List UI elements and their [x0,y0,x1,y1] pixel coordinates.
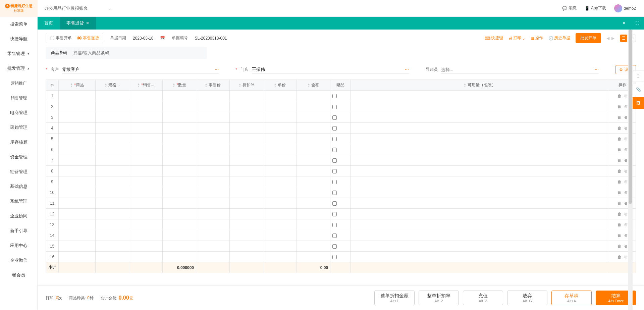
add-icon[interactable]: ⊕ [624,94,628,98]
col-gear[interactable]: ⚙ [46,80,59,91]
gift-checkbox[interactable] [332,169,337,173]
gift-checkbox[interactable] [332,126,337,131]
table-row[interactable]: 5🗑⊕ [46,134,636,144]
gift-checkbox[interactable] [332,244,337,249]
gift-checkbox[interactable] [332,94,337,98]
add-icon[interactable]: ⊕ [624,104,628,109]
fullscreen-icon[interactable]: ⛶ [631,17,644,30]
delete-icon[interactable]: 🗑 [618,201,622,206]
add-icon[interactable]: ⊕ [624,137,628,141]
col-spec[interactable]: ▲▼规格... [96,80,129,91]
date-value[interactable]: 2023-03-18 [133,36,153,41]
gift-checkbox[interactable] [332,180,337,184]
delete-icon[interactable]: 🗑 [618,104,622,109]
delete-icon[interactable]: 🗑 [618,255,622,259]
gift-checkbox[interactable] [332,105,337,109]
customer-input[interactable] [62,67,219,72]
add-icon[interactable]: ⊕ [624,244,628,249]
delete-icon[interactable]: 🗑 [618,244,622,249]
delete-icon[interactable]: 🗑 [618,158,622,163]
delete-icon[interactable]: 🗑 [618,94,622,98]
gift-checkbox[interactable] [332,191,337,195]
tab-1[interactable]: 零售退货✕ [60,17,96,30]
add-icon[interactable]: ⊕ [624,212,628,216]
sidebar-item-17[interactable]: 畅会员 [0,268,37,282]
gift-checkbox[interactable] [332,234,337,238]
col-amount[interactable]: ▲▼金额 [297,80,330,91]
add-icon[interactable]: ⊕ [624,233,628,238]
more-icon[interactable]: ⋯ [595,67,599,72]
gift-checkbox[interactable] [332,158,337,163]
col-gift[interactable]: 赠品 [330,80,351,91]
sidebar-item-10[interactable]: 经营管理 [0,164,37,179]
table-row[interactable]: 10🗑⊕ [46,187,636,198]
close-icon[interactable]: ✕ [86,21,89,25]
logo-block[interactable]: b畅捷通好生意 标准版 [0,0,38,17]
scrollbar-thumb[interactable] [629,30,632,204]
add-icon[interactable]: ⊕ [624,201,628,206]
more-icon[interactable]: ⋯ [405,67,409,72]
delete-icon[interactable]: 🗑 [618,147,622,152]
table-row[interactable]: 9🗑⊕ [46,176,636,187]
gift-checkbox[interactable] [332,223,337,227]
table-row[interactable]: 2🗑⊕ [46,101,636,112]
gift-checkbox[interactable] [332,137,337,141]
messages-button[interactable]: 💬消息 [562,5,577,11]
footer-button-3[interactable]: 放弃Alt+G [507,291,547,305]
footer-button-4[interactable]: 存草稿Alt+A [551,291,592,305]
store-input[interactable] [252,67,409,72]
add-icon[interactable]: ⊕ [624,190,628,195]
delete-icon[interactable]: 🗑 [618,233,622,238]
delete-icon[interactable]: 🗑 [618,115,622,120]
rail-note-icon[interactable]: 🗒 [633,70,644,82]
table-row[interactable]: 15🗑⊕ [46,241,636,252]
delete-icon[interactable]: 🗑 [618,179,622,184]
gift-checkbox[interactable] [332,212,337,216]
col-qty[interactable]: ▲▼*数量 [163,80,196,91]
prev-icon[interactable]: ◀ [606,36,609,41]
sidebar-item-15[interactable]: 应用中心 [0,238,37,253]
add-icon[interactable]: ⊕ [624,158,628,163]
batch-open-button[interactable]: 批发开单 [576,33,601,43]
table-row[interactable]: 8🗑⊕ [46,166,636,176]
sidebar-item-11[interactable]: 基础信息 [0,179,37,194]
col-retail-price[interactable]: ▲▼零售价 [196,80,230,91]
add-icon[interactable]: ⊕ [624,169,628,173]
footer-button-0[interactable]: 整单折扣金额Alt+1 [374,291,415,305]
sidebar-item-16[interactable]: 企业微信 [0,253,37,268]
sidebar-item-5[interactable]: 销售管理 [0,91,37,105]
sidebar-item-7[interactable]: 采购管理 [0,120,37,135]
scrollbar-track[interactable] [628,30,633,310]
table-row[interactable]: 16🗑⊕ [46,252,636,262]
delete-icon[interactable]: 🗑 [618,137,622,141]
delete-icon[interactable]: 🗑 [618,212,622,216]
delete-icon[interactable]: 🗑 [618,190,622,195]
col-sale[interactable]: ▲▼*销售... [129,80,163,91]
table-row[interactable]: 7🗑⊕ [46,155,636,166]
radio-retail-return[interactable]: 零售退货 [77,35,99,41]
sidebar-item-12[interactable]: 系统管理 [0,194,37,209]
col-discount[interactable]: ▲▼折扣% [230,80,263,91]
radio-retail-open[interactable]: 零售开单 [50,35,72,41]
add-icon[interactable]: ⊕ [624,179,628,184]
next-icon[interactable]: ▶ [611,36,614,41]
operate-button[interactable]: ▦操作 [531,35,543,41]
gift-checkbox[interactable] [332,115,337,120]
barcode-input[interactable] [73,50,201,55]
user-menu[interactable]: demo2 [614,4,636,12]
history-button[interactable]: 🕘历史单据 [548,35,570,41]
col-available[interactable]: ▲▼可用量（包装） [351,80,609,91]
tab-0[interactable]: 首页 [38,17,60,30]
add-icon[interactable]: ⊕ [624,222,628,227]
table-row[interactable]: 6🗑⊕ [46,144,636,155]
sidebar-item-6[interactable]: 电商管理 [0,105,37,120]
rail-image-icon[interactable]: 🖼 [633,97,644,109]
sidebar-item-9[interactable]: 资金管理 [0,150,37,164]
app-download-button[interactable]: 📱App下载 [585,5,606,11]
rail-attach-icon[interactable]: 📎 [633,84,644,95]
col-product[interactable]: ▲▼*商品 [59,80,96,91]
shortcut-button[interactable]: ⌨快捷键 [485,35,503,41]
delete-icon[interactable]: 🗑 [618,222,622,227]
table-row[interactable]: 12🗑⊕ [46,209,636,219]
delete-icon[interactable]: 🗑 [618,126,622,131]
